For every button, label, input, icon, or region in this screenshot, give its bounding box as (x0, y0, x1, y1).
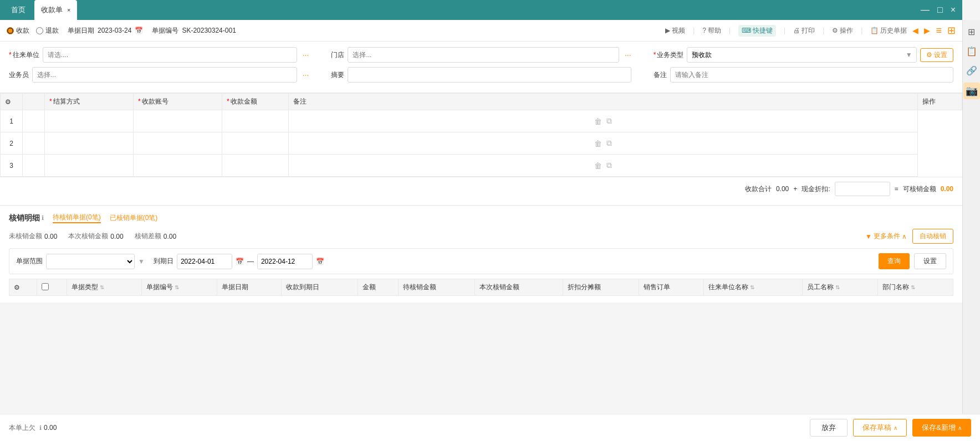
remarks-input[interactable] (670, 67, 953, 83)
grid-button[interactable]: ⊞ (947, 24, 956, 37)
row-2-delete-icon[interactable]: 🗑 (594, 139, 602, 148)
total-label: 收款合计 (745, 184, 772, 194)
stat-diff-label: 核销差额 (135, 232, 161, 241)
settings-button[interactable]: ⚙ 设置 (920, 48, 953, 62)
row-2-account-input[interactable] (45, 132, 133, 154)
date-value: 2023-03-24 (98, 27, 131, 34)
calendar-icon[interactable]: 📅 (135, 27, 143, 34)
store-more-icon[interactable]: ··· (625, 50, 631, 59)
more-filter-label: 更多条件 (874, 232, 900, 241)
plus-sign: + (793, 185, 797, 193)
table-header-row: ⚙ *结算方式 *收款账号 *收款金额 备注 操作 (1, 94, 962, 110)
bth-check[interactable] (37, 279, 67, 296)
right-sidebar: ⊞ 📋 🔗 📷 (962, 20, 980, 330)
shortcut-link[interactable]: ⌨ 快捷键 (738, 25, 776, 37)
row-3-amount-input[interactable] (134, 155, 222, 176)
row-3-copy-icon[interactable]: ⧉ (606, 161, 612, 170)
row-1-delete-icon[interactable]: 🗑 (594, 117, 602, 126)
net-value: 0.00 (941, 185, 953, 193)
window-close-button[interactable]: × (948, 4, 958, 16)
bth-amount: 金额 (358, 279, 398, 296)
video-link[interactable]: ▶ 视频 (665, 26, 685, 35)
due-date-label: 到期日 (154, 257, 173, 266)
row-2-settle-input[interactable] (23, 132, 44, 154)
row-2-amount-input[interactable] (134, 132, 222, 154)
row-3-num: 3 (1, 155, 23, 177)
sidebar-link-icon[interactable]: 🔗 (964, 63, 979, 78)
maximize-button[interactable]: □ (935, 4, 945, 16)
bth-settings[interactable]: ⚙ (9, 279, 37, 296)
nav-tab-receipt[interactable]: 收款单 × (34, 0, 77, 20)
salesman-label: 业务员 (9, 70, 29, 80)
verify-tab-pending[interactable]: 待核销单据(0笔) (53, 213, 101, 223)
help-link[interactable]: ? 帮助 (702, 26, 721, 35)
filter-settings-button[interactable]: 设置 (914, 253, 946, 269)
row-2-copy-icon[interactable]: ⧉ (606, 139, 612, 148)
dept-sort-icon: ⇅ (911, 284, 915, 290)
row-3-delete-icon[interactable]: 🗑 (594, 161, 602, 170)
list-button[interactable]: ≡ (936, 25, 942, 37)
bottom-table-wrapper: ⚙ 单据类型 ⇅ 单据编号 ⇅ (9, 279, 953, 296)
bth-date: 单据日期 (217, 279, 282, 296)
prev-button[interactable]: ◀ (912, 26, 918, 35)
shortcut-label: 快捷键 (753, 26, 773, 35)
minimize-button[interactable]: — (918, 4, 932, 16)
date-separator: — (247, 258, 254, 265)
auto-verify-button[interactable]: 自动核销 (912, 229, 953, 244)
history-link[interactable]: 📋 历史单据 (870, 26, 907, 35)
row-1-copy-icon[interactable]: ⧉ (606, 116, 612, 126)
bth-dept: 部门名称 ⇅ (878, 279, 953, 296)
row-2-remark-input[interactable] (222, 132, 288, 154)
counterparty-input[interactable] (43, 47, 297, 63)
table-row: 1 🗑 ⧉ (1, 110, 962, 132)
salesman-field: 业务员 ··· (9, 67, 309, 83)
query-button[interactable]: 查询 (879, 253, 910, 269)
operation-link[interactable]: ⚙ 操作 (832, 26, 853, 35)
more-filter-btn[interactable]: ▼ 更多条件 ∧ (865, 232, 907, 241)
select-all-checkbox[interactable] (42, 283, 49, 290)
calendar-to-icon[interactable]: 📅 (316, 258, 324, 265)
salesman-input[interactable] (32, 67, 297, 83)
range-select[interactable] (46, 254, 135, 269)
sidebar-doc-icon[interactable]: 📋 (964, 44, 979, 59)
radio-shoukuan[interactable]: 收款 (7, 26, 29, 35)
row-1-settle-input[interactable] (23, 110, 44, 132)
salesman-more-icon[interactable]: ··· (303, 70, 309, 79)
sidebar-camera-icon[interactable]: 📷 (963, 83, 980, 99)
toolbar: 收款 退款 单据日期 2023-03-24 📅 单据编号 SK-20230324… (0, 20, 962, 42)
top-nav: 首页 收款单 × — □ × (0, 0, 962, 20)
row-1-account-input[interactable] (45, 110, 133, 132)
close-tab-icon[interactable]: × (67, 7, 70, 13)
store-input[interactable] (348, 47, 619, 63)
row-3-account-input[interactable] (45, 155, 133, 176)
discount-input[interactable] (835, 182, 890, 196)
row-3-settle-input[interactable] (23, 155, 44, 176)
verify-info-icon[interactable]: ℹ (42, 214, 44, 222)
radio-tuikuan-input[interactable] (36, 27, 43, 34)
calendar-from-icon[interactable]: 📅 (236, 258, 244, 265)
table-row: 3 🗑 ⧉ (1, 155, 962, 177)
due-date-to-input[interactable] (257, 254, 313, 269)
row-1-amount-input[interactable] (134, 110, 222, 132)
summary-input[interactable] (348, 67, 631, 83)
print-link[interactable]: 🖨 打印 (793, 26, 815, 35)
row-3-remark-cell (222, 155, 289, 177)
due-date-from-input[interactable] (177, 254, 232, 269)
summary-row: 收款合计 0.00 + 现金折扣: = 可核销金额 0.00 (0, 177, 962, 201)
verify-header-row: 核销明细 ℹ 待核销单据(0笔) 已核销单据(0笔) (9, 213, 953, 223)
equal-sign: = (895, 185, 899, 193)
radio-tuikuan[interactable]: 退款 (36, 26, 59, 35)
row-3-remark-input[interactable] (222, 155, 288, 176)
radio-shoukuan-input[interactable] (7, 27, 14, 34)
remarks-label: 备注 (654, 70, 667, 80)
th-settings[interactable]: ⚙ (1, 94, 23, 110)
verify-tab-done[interactable]: 已核销单据(0笔) (110, 213, 158, 223)
sidebar-table-icon[interactable]: ⊞ (966, 24, 977, 39)
counterparty-more-icon[interactable]: ··· (303, 50, 309, 59)
next-button[interactable]: ▶ (924, 26, 930, 35)
row-1-remark-input[interactable] (222, 110, 288, 132)
biz-type-select[interactable]: 预收款 (687, 47, 916, 63)
history-icon: 📋 (870, 27, 879, 34)
nav-tab-home[interactable]: 首页 (4, 0, 32, 20)
bottom-table: ⚙ 单据类型 ⇅ 单据编号 ⇅ (9, 279, 953, 296)
